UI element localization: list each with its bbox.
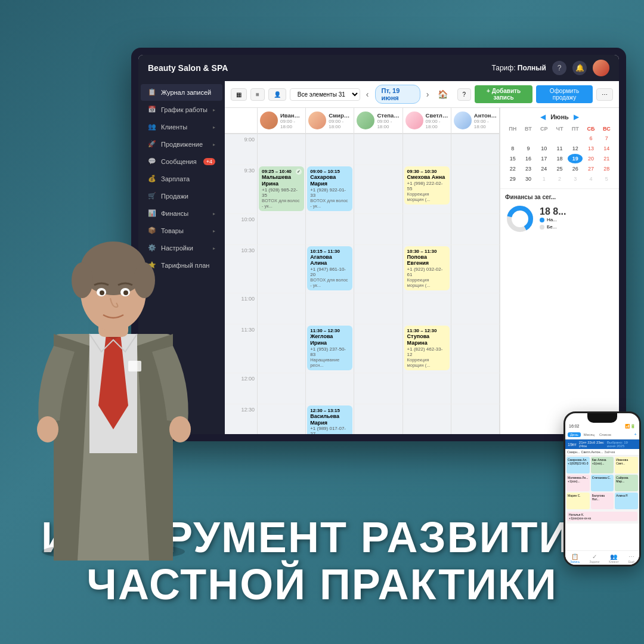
slot-4-930[interactable]: 09:30 – 10:30 Смехова Анна +1 (998) 222-…	[403, 165, 451, 214]
filter-select[interactable]: Все элементы 31	[290, 88, 360, 101]
slot-5-930[interactable]	[451, 165, 500, 214]
view-staff-button[interactable]: 👤	[268, 88, 286, 101]
sidebar-item-schedule[interactable]: 📅 График работы ▸	[141, 101, 222, 118]
phone-nav-tasks[interactable]: ✓ Задачи	[589, 553, 599, 564]
slot-5-9[interactable]	[451, 134, 500, 165]
slot-4-1130[interactable]: 11:30 – 12:30 Ступова Марина +1 (822) 46…	[403, 324, 451, 373]
cal-day-next3[interactable]: 3	[568, 174, 583, 184]
phone-apt-6[interactable]: Сайрова Мар...	[615, 475, 638, 491]
apt-agapova[interactable]: 10:15 – 11:30 Агапова Алина +1 (947) 861…	[307, 246, 352, 291]
today-button[interactable]: 🏠	[435, 88, 450, 100]
cal-day-next4[interactable]: 4	[583, 174, 598, 184]
sidebar-item-promo[interactable]: 🚀 Продвижение ▸	[141, 136, 222, 153]
phone-apt-natalia[interactable]: Наталья К. +1(xxx)xxx-xx-xx	[567, 512, 637, 521]
cal-day-7[interactable]: 7	[599, 134, 614, 143]
cal-day-28[interactable]: 28	[599, 164, 614, 174]
apt-popova[interactable]: 10:30 – 11:30 Попова Евгения +1 (922) 03…	[404, 246, 450, 291]
slot-2-1030[interactable]: 10:15 – 11:30 Агапова Алина +1 (947) 861…	[306, 245, 354, 294]
notification-icon[interactable]: 🔔	[572, 61, 587, 75]
slot-5-1230[interactable]	[451, 404, 500, 434]
slot-4-1000[interactable]	[403, 214, 451, 245]
sidebar-item-messages[interactable]: 💬 Сообщения +4	[141, 153, 222, 170]
cal-day-29[interactable]: 29	[505, 174, 520, 184]
slot-3-1030[interactable]	[354, 245, 402, 294]
slot-2-9[interactable]	[306, 134, 354, 165]
phone-nav-clients[interactable]: 👥 Клиент	[609, 553, 618, 564]
cal-day-8[interactable]: 8	[505, 144, 520, 153]
slot-1-1030[interactable]	[258, 245, 306, 294]
cal-day-9[interactable]: 9	[521, 144, 535, 153]
phone-apt-4[interactable]: Матвеева Ле... +1(xxx)...	[566, 475, 590, 491]
apt-sakhарова[interactable]: 09:00 – 10:15 Сахарова Мария +1 (928) 92…	[307, 166, 352, 211]
slot-2-1130[interactable]: 11:30 – 12:30 Жеглова Ирина +1 (953) 237…	[306, 324, 354, 373]
cal-day-24[interactable]: 24	[537, 164, 552, 174]
apt-vasilieva[interactable]: 12:30 – 13:15 Васильева Мария +1 (989) 0…	[307, 405, 352, 434]
cal-day-30[interactable]: 30	[521, 174, 535, 184]
slot-5-1030[interactable]	[451, 245, 500, 294]
slot-4-1200[interactable]	[403, 373, 451, 404]
cal-day-19-today[interactable]: 19	[568, 154, 583, 163]
slot-2-1200[interactable]	[306, 373, 354, 404]
slot-4-9[interactable]	[403, 134, 451, 165]
phone-apt-5[interactable]: Степанова С.	[591, 475, 614, 491]
view-day-button[interactable]: ▦	[231, 88, 247, 101]
slot-1-9[interactable]	[258, 134, 306, 165]
help-icon[interactable]: ?	[552, 61, 566, 75]
phone-apt-1[interactable]: Смирнова Ал. +1(928)22-91-3	[566, 457, 590, 473]
slot-4-1030[interactable]: 10:30 – 11:30 Попова Евгения +1 (922) 03…	[403, 245, 451, 294]
phone-apt-8[interactable]: Балугова Нат...	[591, 493, 614, 509]
phone-list-tab[interactable]: Список	[597, 432, 613, 437]
apt-malisheva[interactable]: 09:25 – 10:40 Малышева Ирина +1 (928) 98…	[259, 166, 304, 211]
cal-day-27[interactable]: 27	[583, 164, 598, 174]
slot-1-1230[interactable]	[258, 404, 306, 434]
cal-day-13[interactable]: 13	[583, 144, 598, 153]
slot-2-1230[interactable]: 12:30 – 13:15 Васильева Мария +1 (989) 0…	[306, 404, 354, 434]
cal-day-11[interactable]: 11	[552, 144, 567, 153]
next-month-button[interactable]: ▶	[574, 113, 579, 121]
sidebar-item-clients[interactable]: 👥 Клиенты ▸	[141, 119, 222, 135]
slot-3-1200[interactable]	[354, 373, 402, 404]
next-date-button[interactable]: ›	[424, 88, 432, 100]
cal-day-21[interactable]: 21	[599, 154, 614, 163]
phone-apt-7[interactable]: Марин С.	[566, 493, 590, 509]
cal-day-6[interactable]: 6	[583, 134, 598, 143]
phone-month-tab[interactable]: Месяц	[582, 432, 596, 437]
cal-day-26[interactable]: 26	[568, 164, 583, 174]
sidebar-item-journal[interactable]: 📋 Журнал записей	[141, 84, 222, 101]
cal-day-22[interactable]: 22	[505, 164, 520, 174]
more-button[interactable]: ⋯	[596, 88, 613, 101]
slot-5-1130[interactable]	[451, 324, 500, 373]
slot-5-1000[interactable]	[451, 214, 500, 245]
slot-1-1100[interactable]	[258, 293, 306, 324]
slot-2-1000[interactable]	[306, 214, 354, 245]
slot-1-1130[interactable]	[258, 324, 306, 373]
slot-2-930[interactable]: 09:00 – 10:15 Сахарова Мария +1 (928) 92…	[306, 165, 354, 214]
user-avatar[interactable]	[593, 60, 609, 76]
slot-4-1100[interactable]	[403, 293, 451, 324]
slot-1-1000[interactable]	[258, 214, 306, 245]
make-sale-button[interactable]: Оформить продажу	[536, 85, 593, 103]
slot-3-930[interactable]	[354, 165, 402, 214]
sidebar-item-sales[interactable]: 🛒 Продажи	[141, 188, 222, 205]
slot-5-1200[interactable]	[451, 373, 500, 404]
cal-day-next5[interactable]: 5	[599, 174, 614, 184]
slot-1-1200[interactable]	[258, 373, 306, 404]
cal-day-18[interactable]: 18	[552, 154, 567, 163]
apt-smekhova[interactable]: 09:30 – 10:30 Смехова Анна +1 (998) 222-…	[404, 166, 450, 205]
slot-2-1100[interactable]	[306, 293, 354, 324]
view-list-button[interactable]: ≡	[250, 88, 265, 101]
prev-month-button[interactable]: ◀	[540, 113, 546, 121]
phone-apt-2[interactable]: Как Алина +1(xxx)...	[591, 457, 614, 473]
phone-nav-journal[interactable]: 📋 Запись	[570, 553, 580, 564]
slot-3-1130[interactable]	[354, 324, 402, 373]
cal-day-next2[interactable]: 2	[552, 174, 567, 184]
slot-3-9[interactable]	[354, 134, 402, 165]
phone-apt-3[interactable]: Иванова Свет...	[615, 457, 638, 473]
cal-day-12[interactable]: 12	[568, 144, 583, 153]
apt-stupova[interactable]: 11:30 – 12:30 Ступова Марина +1 (822) 46…	[404, 326, 450, 370]
slot-1-930[interactable]: 09:25 – 10:40 Малышева Ирина +1 (928) 98…	[258, 165, 306, 214]
phone-nav-more[interactable]: ⋯ Ещё	[628, 553, 634, 564]
cal-day-23[interactable]: 23	[521, 164, 535, 174]
sidebar-item-salary[interactable]: 💰 Зарплата	[141, 171, 222, 187]
cal-day-25[interactable]: 25	[552, 164, 567, 174]
